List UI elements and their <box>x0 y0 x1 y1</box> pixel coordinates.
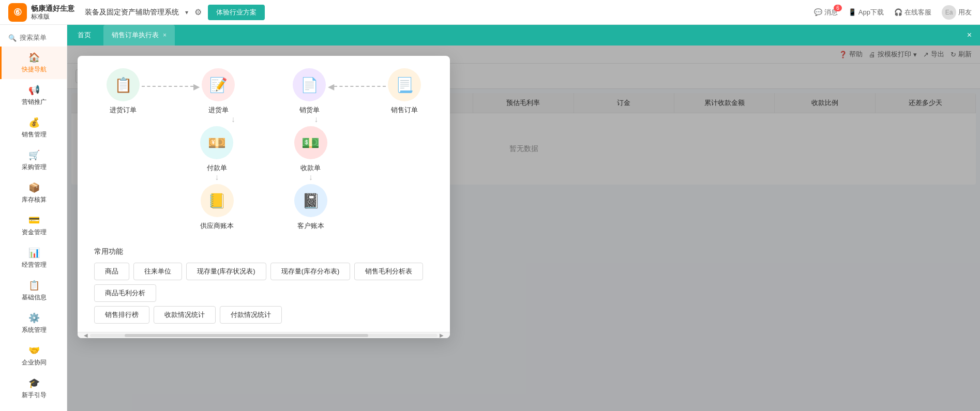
receipt-bill-label: 收款单 <box>300 163 321 173</box>
user-item[interactable]: Ea 用友 <box>942 5 972 20</box>
scrollbar-right-arrow[interactable]: ▶ <box>438 332 446 338</box>
sidebar-item-enterprise[interactable]: 🤝 企业协同 <box>0 340 67 372</box>
sidebar-item-sales[interactable]: 💰 销售管理 <box>0 112 67 144</box>
common-btn-product-gross[interactable]: 商品毛利分析 <box>94 284 156 302</box>
sales-bill-icon: 📄 <box>293 68 326 101</box>
logo-area: ⑥ 畅康通好生意 标准版 <box>8 3 74 22</box>
sales-bill-label: 销货单 <box>299 105 320 115</box>
tab-bar: 首页 销售订单执行表 × × <box>67 25 980 45</box>
common-btn-receipt-stats[interactable]: 收款情况统计 <box>154 306 216 324</box>
flow-item-sales-bill[interactable]: 📄 销货单 <box>293 68 326 115</box>
payment-bill-label: 付款单 <box>207 163 227 173</box>
app-download-item[interactable]: 📱 App下载 <box>848 8 884 17</box>
online-service-item[interactable]: 🎧 在线客服 <box>894 8 931 17</box>
flow-item-purchase-order[interactable]: 📋 进货订单 <box>107 68 140 115</box>
supplier-ledger-label: 供应商账本 <box>200 221 234 231</box>
sidebar-label-marketing: 营销推广 <box>22 98 47 106</box>
purchase-icon: 🛒 <box>28 149 40 161</box>
flow-item-receipt-bill[interactable]: 💵 收款单 <box>294 126 327 173</box>
common-buttons-row2: 销售排行榜 收款情况统计 付款情况统计 <box>94 306 433 324</box>
tab-sales-order-label: 销售订单执行表 <box>112 31 159 40</box>
common-btn-payment-stats[interactable]: 付款情况统计 <box>220 306 282 324</box>
sales-order-label: 销售订单 <box>391 105 418 115</box>
content-area: 首页 销售订单执行表 × × ❓ 帮助 🖨 <box>67 25 980 411</box>
quick-nav-modal: 📋 进货订单 ▶ <box>78 56 450 338</box>
scrollbar-thumb[interactable] <box>125 334 368 337</box>
sidebar-item-newbie[interactable]: 🎓 新手引导 <box>0 372 67 405</box>
settings-gear-button[interactable]: ⚙ <box>194 7 202 17</box>
flow-item-purchase-bill[interactable]: 📝 进货单 <box>202 68 235 115</box>
sidebar: 🔍 搜索菜单 🏠 快捷导航 📢 营销推广 💰 销售管理 🛒 采购管理 📦 <box>0 25 67 411</box>
sales-icon: 💰 <box>28 117 40 128</box>
logo-sub-text: 标准版 <box>31 13 74 21</box>
tab-close-button[interactable]: × <box>163 32 167 39</box>
logo-icon: ⑥ <box>8 3 27 22</box>
sidebar-label-inventory: 库存核算 <box>22 195 47 204</box>
purchase-bill-icon: 📝 <box>202 68 235 101</box>
purchase-order-label: 进货订单 <box>110 105 137 115</box>
sidebar-label-purchase: 采购管理 <box>22 163 47 172</box>
sidebar-label-finance: 资金管理 <box>22 228 47 237</box>
home-icon: 🏠 <box>28 52 40 63</box>
app-title: 装备及固定资产辅助管理系统 <box>85 8 179 17</box>
common-btn-products[interactable]: 商品 <box>94 263 129 280</box>
enterprise-icon: 🤝 <box>28 345 40 356</box>
top-bar-left: ⑥ 畅康通好生意 标准版 装备及固定资产辅助管理系统 ▾ ⚙ 体验行业方案 <box>8 3 265 22</box>
sidebar-label-newbie: 新手引导 <box>22 391 47 400</box>
finance-icon: 💳 <box>28 215 40 226</box>
trial-button[interactable]: 体验行业方案 <box>208 5 265 20</box>
top-bar-right: 💬 消息 6 📱 App下载 🎧 在线客服 Ea 用友 <box>814 5 972 20</box>
flow-item-sales-order[interactable]: 📃 销售订单 <box>388 68 421 115</box>
sidebar-item-inventory[interactable]: 📦 库存核算 <box>0 177 67 209</box>
sidebar-label-operations: 经营管理 <box>22 261 47 269</box>
supplier-ledger-icon: 📒 <box>201 184 234 217</box>
search-icon: 🔍 <box>8 34 17 42</box>
flow-section: 📋 进货订单 ▶ <box>78 56 450 247</box>
avatar-text: Ea <box>945 9 953 16</box>
search-menu-label: 搜索菜单 <box>20 33 47 42</box>
purchase-order-icon: 📋 <box>107 68 140 101</box>
modal-overlay: 📋 进货订单 ▶ <box>67 45 980 411</box>
sidebar-item-marketing[interactable]: 📢 营销推广 <box>0 79 67 112</box>
common-btn-sales-rank[interactable]: 销售排行榜 <box>94 306 149 324</box>
sidebar-item-operations[interactable]: 📊 经营管理 <box>0 242 67 275</box>
common-functions-section: 常用功能 商品 往来单位 现存量(库存状况表) 现存量(库存分布表) 销售毛利分… <box>78 247 450 332</box>
page-content: ❓ 帮助 🖨 按模板打印 ▾ ↗ 导出 ↻ 刷新 <box>67 45 980 411</box>
search-menu-item[interactable]: 🔍 搜索菜单 <box>0 29 67 47</box>
message-icon: 💬 <box>814 8 822 16</box>
receipt-bill-icon: 💵 <box>294 126 327 159</box>
message-item[interactable]: 💬 消息 6 <box>814 8 838 17</box>
tab-home[interactable]: 首页 <box>67 25 101 45</box>
logo-text: 畅康通好生意 标准版 <box>31 4 74 21</box>
inventory-icon: 📦 <box>28 182 40 193</box>
main-area: 🔍 搜索菜单 🏠 快捷导航 📢 营销推广 💰 销售管理 🛒 采购管理 📦 <box>0 25 980 411</box>
tab-bar-right: × <box>967 31 980 40</box>
sidebar-item-finance[interactable]: 💳 资金管理 <box>0 209 67 242</box>
customer-ledger-icon: 📓 <box>294 184 327 217</box>
sidebar-item-basic-info[interactable]: 📋 基础信息 <box>0 275 67 307</box>
tab-sales-order[interactable]: 销售订单执行表 × <box>103 25 175 45</box>
flow-item-payment-bill[interactable]: 💴 付款单 <box>200 126 233 173</box>
modal-scrollbar[interactable]: ◀ ▶ <box>78 332 450 338</box>
flow-item-supplier-ledger[interactable]: 📒 供应商账本 <box>200 184 234 231</box>
common-btn-stock-status[interactable]: 现存量(库存状况表) <box>186 263 266 280</box>
scrollbar-track[interactable] <box>90 334 438 337</box>
sidebar-item-system[interactable]: ⚙️ 系统管理 <box>0 307 67 340</box>
scrollbar-left-arrow[interactable]: ◀ <box>82 332 90 338</box>
sidebar-label-quick-nav: 快捷导航 <box>22 65 47 74</box>
common-btn-sales-gross[interactable]: 销售毛利分析表 <box>354 263 423 280</box>
sidebar-item-quick-nav[interactable]: 🏠 快捷导航 <box>0 47 67 79</box>
flow-item-customer-ledger[interactable]: 📓 客户账本 <box>294 184 327 231</box>
common-btn-partners[interactable]: 往来单位 <box>133 263 182 280</box>
sidebar-label-enterprise: 企业协同 <box>22 358 47 367</box>
message-badge: 6 <box>834 5 842 11</box>
phone-icon: 📱 <box>848 8 856 16</box>
system-icon: ⚙️ <box>28 312 40 324</box>
sidebar-item-purchase[interactable]: 🛒 采购管理 <box>0 144 67 177</box>
app-title-dropdown[interactable]: ▾ <box>185 9 188 16</box>
common-btn-stock-dist[interactable]: 现存量(库存分布表) <box>270 263 351 280</box>
close-all-button[interactable]: × <box>967 31 972 39</box>
headset-icon: 🎧 <box>894 8 902 16</box>
top-bar: ⑥ 畅康通好生意 标准版 装备及固定资产辅助管理系统 ▾ ⚙ 体验行业方案 💬 … <box>0 0 980 25</box>
sidebar-label-sales: 销售管理 <box>22 130 47 139</box>
